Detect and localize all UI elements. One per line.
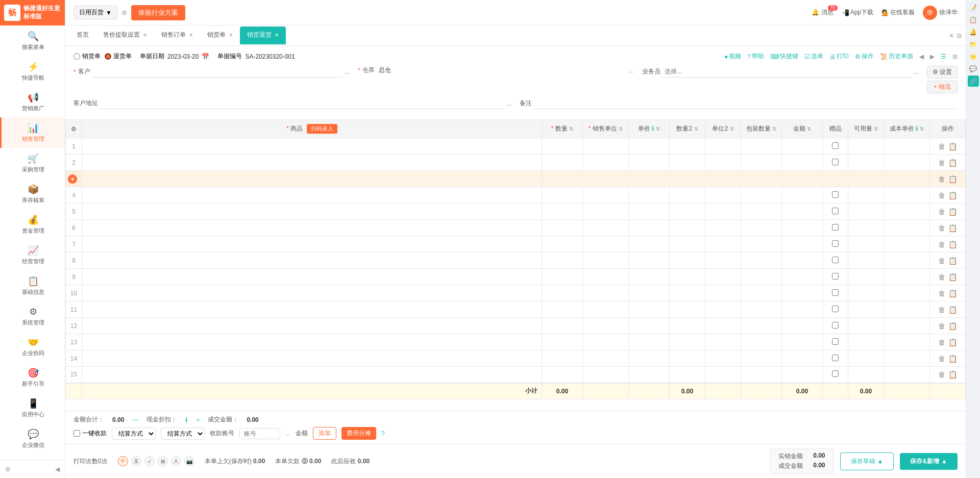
qty-cell-2[interactable] (542, 155, 583, 171)
sidebar-item-guide[interactable]: 🎯 新手引导 (0, 362, 65, 393)
cn-icon[interactable]: 中 (118, 456, 128, 466)
online-service[interactable]: 💁 在线客服 (881, 8, 915, 17)
unit2-cell-2[interactable] (705, 155, 741, 171)
gift-cell-1[interactable] (823, 138, 848, 155)
tab-sale-return[interactable]: 销货退货 ✕ (240, 27, 286, 44)
save-new-btn[interactable]: 保存&新增 ▲ (900, 453, 958, 470)
add-row-btn-cell[interactable]: + (66, 171, 82, 187)
amount-cell-2[interactable] (782, 155, 823, 171)
help-btn[interactable]: ? 帮助 (747, 52, 764, 61)
delete-btn-14[interactable]: 🗑 (938, 355, 945, 363)
experience-btn[interactable]: 体验行业方案 (131, 5, 185, 20)
product-input-1[interactable] (84, 143, 540, 150)
delete-btn-15[interactable]: 🗑 (938, 370, 945, 379)
right-panel-btn-5[interactable]: ⭐ (968, 51, 979, 62)
copy-btn-3[interactable]: 📋 (948, 175, 957, 183)
unit-cell-1[interactable] (583, 138, 629, 155)
qty2-sort-icon[interactable]: ⇅ (694, 126, 698, 132)
unit-sort-icon[interactable]: ⇅ (619, 126, 623, 132)
cost-cell-1[interactable] (884, 138, 930, 155)
sidebar-item-marketing[interactable]: 📢 营销推广 (0, 87, 65, 117)
copy-btn-8[interactable]: 📋 (948, 257, 957, 265)
tab-home[interactable]: 首页 (69, 27, 96, 44)
copy-btn-2[interactable]: 📋 (948, 159, 957, 167)
qty-cell-1[interactable] (542, 138, 583, 155)
delete-btn-6[interactable]: 🗑 (938, 224, 945, 232)
radio-return-input[interactable] (105, 53, 111, 60)
shortcut-btn[interactable]: ⌨ 快捷键 (770, 52, 798, 61)
customer-select-btn[interactable]: ... (345, 68, 350, 76)
user-info[interactable]: 徐 徐泽华 (923, 6, 958, 20)
right-panel-btn-4[interactable]: 📁 (968, 39, 979, 50)
account-dots-btn[interactable]: ... (285, 430, 290, 437)
amount-cell-1[interactable] (782, 138, 823, 155)
copy-btn-12[interactable]: 📋 (948, 322, 957, 330)
calculation-select[interactable]: 结算方式 (161, 427, 205, 440)
settings-bottom-icon[interactable]: ⚙ (5, 466, 11, 473)
pkg-cell-1[interactable] (741, 138, 782, 155)
save-draft-btn[interactable]: 保存草稿 ▲ (840, 452, 894, 470)
product-cell-3[interactable] (82, 171, 542, 187)
qty-sort-icon[interactable]: ⇅ (569, 126, 573, 132)
customer-input[interactable] (92, 66, 343, 78)
sidebar-item-search[interactable]: 🔍 搜索菜单 (0, 26, 65, 56)
address-select-btn[interactable]: ... (506, 100, 511, 107)
calendar-icon[interactable]: 📅 (202, 53, 209, 60)
copy-btn-11[interactable]: 📋 (948, 306, 957, 314)
sidebar-item-basic[interactable]: 📋 基础信息 (0, 270, 65, 301)
collapse-icon[interactable]: ◀ (55, 466, 60, 473)
select-btn[interactable]: ☑ 选单 (804, 52, 823, 61)
gift-check-2[interactable] (832, 159, 839, 165)
gift-check-1[interactable] (832, 142, 839, 149)
delete-btn-7[interactable]: 🗑 (938, 240, 945, 248)
copy-btn-6[interactable]: 📋 (948, 224, 957, 232)
right-panel-btn-1[interactable]: 📝 (968, 2, 979, 13)
delete-btn-4[interactable]: 🗑 (938, 191, 945, 199)
delete-btn-5[interactable]: 🗑 (938, 208, 945, 216)
sidebar-item-shortcut[interactable]: ⚡ 快捷导航 (0, 56, 65, 87)
nav-prev-icon[interactable]: ◀ (919, 53, 924, 60)
delete-btn-2[interactable]: 🗑 (938, 159, 945, 167)
tab-sale-return-close[interactable]: ✕ (275, 32, 279, 38)
qty-input-1[interactable] (544, 143, 580, 150)
radio-return[interactable]: 退货单 (105, 52, 132, 61)
copy-btn-1[interactable]: 📋 (948, 142, 957, 150)
right-panel-btn-active[interactable]: 🔗 (968, 76, 979, 87)
avail-cell-1[interactable] (848, 138, 884, 155)
sidebar-item-operations[interactable]: 📈 经营管理 (0, 240, 65, 270)
sidebar-item-apps[interactable]: 📱 应用中心 (0, 393, 65, 423)
delete-btn-13[interactable]: 🗑 (938, 338, 945, 346)
copy-btn-10[interactable]: 📋 (948, 289, 957, 297)
cost-cell-2[interactable] (884, 155, 930, 171)
pkg-cell-2[interactable] (741, 155, 782, 171)
add-btn[interactable]: 添加 (313, 427, 336, 440)
app-download[interactable]: 📲 App下载 (842, 8, 873, 17)
delete-btn-9[interactable]: 🗑 (938, 273, 945, 281)
right-panel-btn-6[interactable]: 💬 (968, 63, 979, 74)
delete-btn-10[interactable]: 🗑 (938, 289, 945, 297)
copy-btn-13[interactable]: 📋 (948, 338, 957, 346)
one-click-pay-checkbox[interactable]: 一键收款 (74, 429, 107, 438)
table-settings-icon[interactable]: ⚙ (71, 125, 77, 133)
breadcrumb-select[interactable]: 日用百货 ▼ (74, 6, 117, 19)
address-input[interactable] (100, 97, 504, 109)
price-cell-2[interactable] (629, 155, 670, 171)
grid-icon[interactable]: ⊞ (158, 456, 168, 466)
product-cell-2[interactable] (82, 155, 542, 171)
tab-sale-delivery-close[interactable]: ✕ (229, 32, 233, 38)
pkg-sort-icon[interactable]: ⇅ (772, 126, 776, 132)
avail-cell-2[interactable] (848, 155, 884, 171)
copy-btn-7[interactable]: 📋 (948, 240, 957, 248)
delete-btn-1[interactable]: 🗑 (938, 142, 945, 150)
right-panel-btn-2[interactable]: 📋 (968, 14, 979, 26)
view-list-icon[interactable]: ☰ (941, 53, 946, 60)
radio-sale[interactable]: 销货单 (74, 52, 101, 61)
nav-next-icon[interactable]: ▶ (930, 53, 935, 60)
delete-btn-8[interactable]: 🗑 (938, 257, 945, 265)
notification[interactable]: 🔔 70 消息 (812, 8, 833, 17)
logistics-side-btn[interactable]: + 物流 (927, 81, 958, 93)
product-cell-1[interactable] (82, 138, 542, 155)
settings-side-btn[interactable]: ⚙ 设置 (927, 66, 958, 79)
col-settings[interactable]: ⚙ (66, 120, 82, 138)
add-row-btn[interactable]: + (68, 174, 77, 184)
